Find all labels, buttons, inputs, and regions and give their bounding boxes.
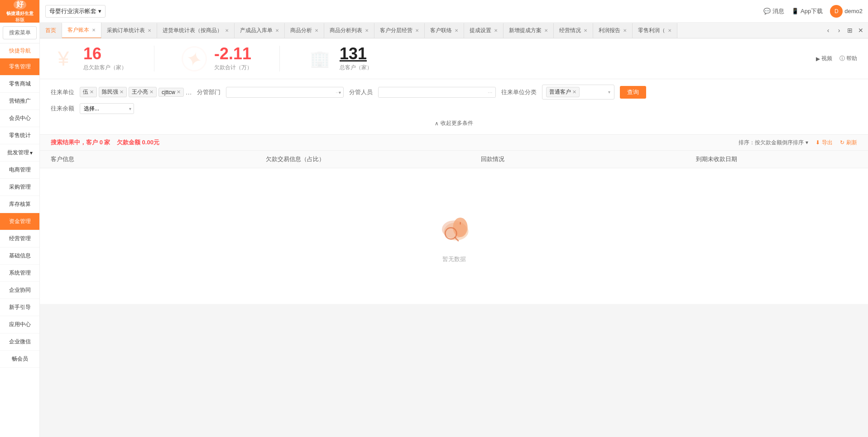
collapse-up-icon: ∧	[435, 120, 439, 127]
results-actions: 排序：按欠款金额倒序排序 ▾ ⬇ 导出 ↻ 刷新	[739, 139, 857, 147]
results-prefix: 搜索结果中，客户	[51, 139, 98, 146]
filter-tag-unit-1: 陈民强 ✕	[99, 87, 127, 97]
sidebar-item-app-center[interactable]: 应用中心	[0, 316, 39, 333]
tab-close-icon[interactable]: ✕	[365, 28, 369, 33]
logo-icon: 好	[14, 0, 26, 10]
filter-dept-dots: ···	[336, 89, 340, 95]
filter-category-wrap: 普通客户 ✕ ▾	[542, 85, 614, 100]
filter-more-tags-button[interactable]: ...	[186, 88, 192, 96]
tab-customer-contact[interactable]: 客户联络 ✕	[425, 23, 464, 38]
tab-retail-profit[interactable]: 零售利润（ ✕	[633, 23, 677, 38]
stats-bar: ¥ 16 总欠款客户（家） ✦ -2.11 欠款合计（万） 🏢 131	[40, 38, 868, 79]
workspace-selector[interactable]: 母婴行业演示帐套 ▾	[45, 5, 106, 18]
tab-product-analysis[interactable]: 商品分析 ✕	[285, 23, 324, 38]
filter-person-dots: ···	[488, 89, 492, 95]
tab-close-icon[interactable]: ✕	[225, 28, 229, 33]
logo-text: 畅捷通好生意	[6, 10, 34, 17]
sidebar-item-purchase[interactable]: 采购管理	[0, 179, 39, 196]
tab-expand-button[interactable]: ⊞	[845, 26, 854, 35]
tab-close-icon[interactable]: ✕	[623, 28, 627, 33]
tab-close-icon[interactable]: ✕	[415, 28, 419, 33]
filter-tag-remove-2[interactable]: ✕	[149, 89, 153, 95]
help-button[interactable]: ⓘ 帮助	[839, 55, 857, 62]
filter-category-tag: 普通客户 ✕	[546, 87, 580, 97]
sidebar-item-system[interactable]: 系统管理	[0, 265, 39, 282]
sidebar-item-wholesale[interactable]: 批发管理 ▾	[0, 144, 39, 162]
sidebar-item-ecommerce[interactable]: 电商管理	[0, 162, 39, 179]
sidebar-item-vip-member[interactable]: 畅会员	[0, 351, 39, 368]
app-download-button[interactable]: 📱 App下载	[791, 7, 823, 15]
tab-product-instock[interactable]: 产成品入库单 ✕	[235, 23, 285, 38]
filter-person-input[interactable]	[378, 87, 496, 98]
stats-action-area: ▶ 视频 ⓘ 帮助	[816, 55, 857, 62]
search-menu-button[interactable]: 搜索菜单	[3, 26, 37, 39]
quick-nav-item[interactable]: 快捷导航	[0, 43, 39, 58]
filter-tag-remove-3[interactable]: ✕	[177, 89, 181, 95]
filter-category-tag-remove[interactable]: ✕	[572, 89, 576, 95]
sidebar-item-enterprise-wechat[interactable]: 企业微信	[0, 333, 39, 351]
tab-scroll-left-button[interactable]: ‹	[824, 26, 833, 35]
export-button[interactable]: ⬇ 导出	[815, 139, 833, 147]
sidebar-item-retail[interactable]: 零售管理	[0, 58, 39, 76]
sidebar-item-enterprise-coop[interactable]: 企业协同	[0, 282, 39, 299]
video-button[interactable]: ▶ 视频	[816, 55, 832, 62]
top-header: 母婴行业演示帐套 ▾ 💬 消息 📱 App下载 D demo2	[40, 0, 868, 23]
tab-close-icon[interactable]: ✕	[148, 28, 151, 33]
user-profile[interactable]: D demo2	[830, 5, 863, 18]
refresh-button[interactable]: ↻ 刷新	[840, 139, 857, 147]
tab-new-promo-plan[interactable]: 新增提成方案 ✕	[504, 23, 554, 38]
tab-instock-stats[interactable]: 进货单统计表（按商品） ✕	[157, 23, 235, 38]
header-left: 母婴行业演示帐套 ▾	[45, 5, 106, 18]
collapse-button[interactable]: ∧ 收起更多条件	[429, 118, 479, 129]
filter-row-2: 往来余额 选择...	[51, 103, 857, 114]
tab-close-icon[interactable]: ✕	[668, 28, 671, 33]
tab-close-icon[interactable]: ✕	[544, 28, 548, 33]
tab-close-icon[interactable]: ✕	[584, 28, 587, 33]
filter-tag-remove-1[interactable]: ✕	[120, 89, 124, 95]
tab-close-icon[interactable]: ✕	[92, 28, 96, 33]
tab-close-icon[interactable]: ✕	[494, 28, 498, 33]
tab-close-icon[interactable]: ✕	[275, 28, 279, 33]
sidebar-item-operations[interactable]: 经营管理	[0, 230, 39, 247]
tab-close-all-button[interactable]: ✕	[856, 26, 865, 35]
messages-button[interactable]: 💬 消息	[763, 7, 784, 15]
filter-balance-select[interactable]: 选择...	[80, 103, 134, 114]
sidebar-item-basic-info[interactable]: 基础信息	[0, 247, 39, 265]
col-customer-info: 客户信息	[51, 155, 266, 163]
sidebar-item-inventory[interactable]: 库存核算	[0, 196, 39, 213]
results-unit: 家	[104, 139, 110, 146]
query-button[interactable]: 查询	[620, 86, 646, 99]
tab-customer-contact-label: 客户联络	[430, 27, 452, 34]
tab-close-icon[interactable]: ✕	[455, 28, 458, 33]
sidebar-item-newbie-guide[interactable]: 新手引导	[0, 299, 39, 316]
tab-close-icon[interactable]: ✕	[315, 28, 318, 33]
tab-customer-segment[interactable]: 客户分层经营 ✕	[374, 23, 425, 38]
filter-tag-remove-0[interactable]: ✕	[90, 89, 94, 95]
tab-scroll-right-button[interactable]: ›	[834, 26, 844, 35]
tab-customer-cost[interactable]: 客户账本 ✕	[62, 23, 101, 38]
stat-total-debt: ✦ -2.11 欠款合计（万）	[182, 46, 280, 71]
tab-product-analysis-list[interactable]: 商品分析列表 ✕	[324, 23, 374, 38]
tab-promo-settings[interactable]: 提成设置 ✕	[464, 23, 504, 38]
sidebar: 好 畅捷通好生意 标版 搜索菜单 快捷导航 零售管理 零售商城 营销推广 会员中…	[0, 0, 40, 437]
sidebar-item-retail-stats[interactable]: 零售统计	[0, 127, 39, 144]
tab-purchase-order[interactable]: 采购订单统计表 ✕	[101, 23, 157, 38]
export-icon: ⬇	[815, 139, 820, 146]
sidebar-item-member-center[interactable]: 会员中心	[0, 110, 39, 127]
empty-icon	[434, 209, 475, 250]
filter-dept-input[interactable]	[226, 87, 344, 98]
stat-customers-value: 16	[83, 46, 127, 62]
sidebar-item-retail-mall[interactable]: 零售商城	[0, 76, 39, 93]
sidebar-item-marketing[interactable]: 营销推广	[0, 93, 39, 110]
tab-home[interactable]: 首页	[40, 23, 62, 38]
tab-profit-report[interactable]: 利润报告 ✕	[593, 23, 633, 38]
sidebar-item-finance[interactable]: 资金管理	[0, 213, 39, 230]
svg-point-2	[453, 218, 467, 237]
tab-product-instock-label: 产成品入库单	[240, 27, 273, 34]
filter-category-field[interactable]: 普通客户 ✕ ▾	[542, 85, 614, 100]
filter-balance-wrap: 选择...	[80, 103, 134, 114]
tab-business-status[interactable]: 经营情况 ✕	[554, 23, 593, 38]
filter-balance-label: 往来余额	[51, 104, 74, 113]
main-content: 母婴行业演示帐套 ▾ 💬 消息 📱 App下载 D demo2 首页 客户账本	[40, 0, 868, 437]
video-label: 视频	[821, 55, 832, 62]
